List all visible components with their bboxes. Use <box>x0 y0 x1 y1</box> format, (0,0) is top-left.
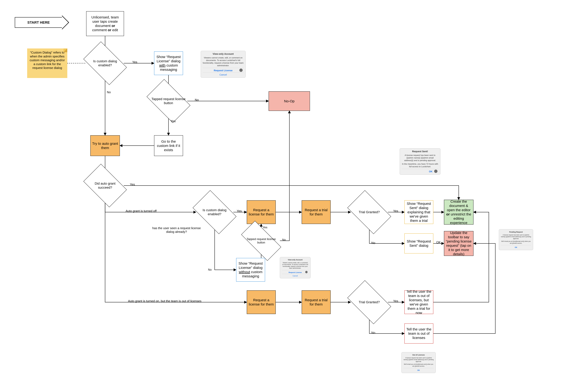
focus-indicator-icon <box>239 69 243 72</box>
start-here-arrow: START HERE <box>15 15 69 30</box>
dialog-title: Out of Licenses <box>403 354 434 356</box>
out-of-licenses: Tell the user the team is out of license… <box>404 323 433 343</box>
dialog-body: We'll email you at {{me@email.com}} when… <box>403 363 434 367</box>
decision-trial-granted-1-label: Trial Granted? <box>351 200 388 225</box>
start-event: Unlicensed, team user taps create docume… <box>86 11 124 36</box>
edge-label-yes: Yes <box>132 60 137 64</box>
show-request-sent: Show “Request Sent” dialog <box>404 233 433 253</box>
decision-tapped-2: Tapped request license button <box>243 231 280 250</box>
dialog-cancel-button[interactable]: Cancel <box>203 72 244 76</box>
edge-label-no: No <box>208 268 212 271</box>
show-request-dialog-with-label: Show “Request License” dialog with custo… <box>156 55 182 72</box>
dialog-body: A license request has been sent to {{adm… <box>501 234 531 240</box>
request-trial-2-label: Request a trial for them <box>303 298 329 306</box>
request-license-1-label: Request a license for them <box>248 208 274 216</box>
decision-trial-granted-1: Trial Granted? <box>351 200 388 225</box>
start-event-label: Unlicensed, team user taps create docume… <box>88 15 122 32</box>
dialog-title: Request Sent! <box>402 150 438 153</box>
dialog-title: View-only Account <box>203 52 244 55</box>
dialog-request-sent: Request Sent! A license request has been… <box>400 148 440 175</box>
no-op: No-Op <box>269 91 310 111</box>
dialog-request-license-button[interactable]: Request License <box>203 68 244 72</box>
edge-label-no: No <box>371 241 375 245</box>
decision-custom-dialog-2-label: Is custom dialog enabled? <box>196 200 233 225</box>
update-toolbar-label: Update the toolbar to say “pending licen… <box>445 231 472 256</box>
edge-label-no: No <box>195 98 199 102</box>
dialog-ok-button[interactable]: OK <box>402 169 438 173</box>
decision-tapped-1: Tapped request license button <box>150 89 187 113</box>
dialog-body: In the meantime, you have 72 hours with … <box>402 163 438 168</box>
update-toolbar: Update the toolbar to say “pending licen… <box>444 231 473 256</box>
start-here-label: START HERE <box>15 17 62 28</box>
dialog-body: Viewers cannot create, edit, or comment … <box>203 56 244 67</box>
go-to-custom-link: Go to the custom link if it exists <box>154 135 183 156</box>
edge-label-yes: Yes <box>393 299 398 303</box>
decision-tapped-2-label: Tapped request license button <box>243 231 280 250</box>
request-trial-1-label: Request a trial for them <box>303 208 329 216</box>
edge-label-ok: OK <box>436 241 441 244</box>
request-trial-1: Request a trial for them <box>302 200 331 224</box>
dialog-cancel-button[interactable]: Cancel <box>282 274 309 277</box>
dialog-ok-button[interactable]: OK <box>501 245 531 249</box>
create-document: Create the document & open the editor or… <box>444 200 473 225</box>
edge-label-yes: Yes <box>237 209 242 213</box>
focus-indicator-icon <box>305 271 308 273</box>
decision-trial-granted-2-label: Trial Granted? <box>351 290 388 315</box>
sticky-note-custom-dialog: “Custom Dialog” refers to when the admin… <box>27 49 67 78</box>
decision-custom-dialog-2: Is custom dialog enabled? <box>196 200 233 225</box>
dialog-ok-button[interactable]: OK <box>403 368 434 372</box>
edge-label-yes: Yes <box>130 183 135 186</box>
edge-label-no: No <box>371 331 375 335</box>
sticky-note-text: “Custom Dialog” refers to when the admin… <box>30 51 65 70</box>
focus-indicator-icon <box>434 170 437 173</box>
decision-trial-granted-2: Trial Granted? <box>351 290 388 315</box>
try-auto-grant-label: Try to auto grant them <box>92 142 118 150</box>
dialog-out-of-licenses: Out of Licenses A license request has be… <box>401 352 436 373</box>
edge-label-auto-out: Auto grant is turned on, but the team is… <box>118 299 212 303</box>
dialog-body: Viewers cannot create, edit, or comment … <box>282 262 309 269</box>
dialog-pending-request: Pending Request A license request has be… <box>499 229 533 250</box>
dialog-request-license-button[interactable]: Request License <box>282 270 309 274</box>
edge-label-no: No <box>107 90 111 94</box>
dialog-view-only-2: View-only Account Viewers cannot create,… <box>280 257 311 278</box>
no-op-label: No-Op <box>284 99 294 103</box>
try-auto-grant: Try to auto grant them <box>90 135 120 156</box>
dialog-body: A license request has been sent to {{adm… <box>402 154 438 162</box>
out-of-licenses-label: Tell the user the team is out of license… <box>406 327 432 340</box>
out-of-licenses-trial-label: Tell the user the team is out of license… <box>406 290 432 315</box>
dialog-body: A license request has been sent to {{adm… <box>403 357 434 362</box>
dialog-body: We'll email you at {{me@email.com}} when… <box>501 241 531 244</box>
flowchart-canvas: START HERE “Custom Dialog” refers to whe… <box>0 0 588 390</box>
create-document-label: Create the document & open the editor or… <box>445 199 472 225</box>
decision-custom-dialog-1-label: Is custom dialog enabled? <box>87 51 123 76</box>
request-license-1: Request a license for them <box>247 200 276 224</box>
request-license-2: Request a license for them <box>247 290 276 314</box>
arrow-head-icon <box>62 15 69 30</box>
decision-did-auto-grant-succeed: Did auto grant succeed? <box>87 173 123 198</box>
edge-label-auto-off: Auto grant is turned off <box>118 209 165 213</box>
edge-label-no: No <box>282 238 286 242</box>
request-license-2-label: Request a license for them <box>248 298 274 306</box>
dialog-title: View-only Account <box>282 259 309 261</box>
edge-label-has-seen: has the user seen a request license dial… <box>152 226 201 234</box>
show-request-sent-trial: Show “Request Sent” dialog explaining th… <box>404 200 433 224</box>
decision-custom-dialog-1: Is custom dialog enabled? <box>87 51 123 76</box>
show-request-dialog-without-label: Show “Request License” dialog without cu… <box>237 261 264 278</box>
edge-label-yes: Yes <box>171 119 176 123</box>
request-trial-2: Request a trial for them <box>302 290 331 314</box>
show-request-dialog-without: Show “Request License” dialog without cu… <box>236 258 265 282</box>
show-request-sent-trial-label: Show “Request Sent” dialog explaining th… <box>406 201 432 223</box>
dialog-title: Pending Request <box>501 231 531 233</box>
edge-label-yes: Yes <box>393 209 398 213</box>
out-of-licenses-trial: Tell the user the team is out of license… <box>404 290 433 314</box>
show-request-sent-label: Show “Request Sent” dialog <box>406 239 432 248</box>
edge-label-yes: Yes <box>263 226 267 229</box>
dialog-view-only-1: View-only Account Viewers cannot create,… <box>201 51 246 78</box>
decision-tapped-1-label: Tapped request license button <box>150 89 187 113</box>
decision-did-auto-grant-succeed-label: Did auto grant succeed? <box>87 173 123 198</box>
show-request-dialog-with: Show “Request License” dialog with custo… <box>154 51 183 75</box>
go-to-custom-link-label: Go to the custom link if it exists <box>156 139 182 152</box>
